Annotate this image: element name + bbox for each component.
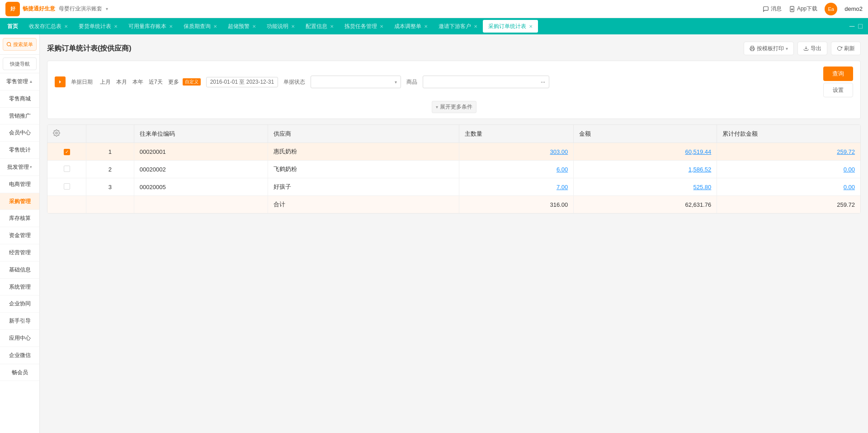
print-button[interactable]: 按模板打印 ▾ [744,42,794,55]
footer-amount-cell: 62,631.76 [574,196,717,214]
avatar: Ea [825,3,837,15]
tab-invite-customer[interactable]: 邀请下游客户 ✕ [433,20,483,33]
tab-inventory-ledger[interactable]: 可用量库存账本 ✕ [123,20,178,33]
quick-nav-button[interactable]: 快捷导航 [3,57,37,70]
sidebar-item-vip-member[interactable]: 畅会员 [0,364,39,381]
tab-cost-adjust[interactable]: 成本调整单 ✕ [389,20,433,33]
tab-label: 拣货任务管理 [344,23,377,30]
app-download-button[interactable]: App下载 [789,5,817,13]
row-amount-cell[interactable]: 525.80 [574,178,717,196]
sidebar-item-new-guide[interactable]: 新手引导 [0,313,39,330]
expand-more-button[interactable]: ▾ 展开更多条件 [432,101,476,113]
sidebar: 搜索菜单 快捷导航 零售管理 ▲ 零售商城 营销推广 会员中心 零售统计 批发管… [0,34,40,433]
refresh-button[interactable]: 刷新 [831,42,861,55]
sidebar-item-label: 营销推广 [9,113,31,119]
tab-overstock-warning[interactable]: 超储预警 ✕ [222,20,261,33]
checkbox-icon[interactable]: ✓ [64,149,70,155]
page-header: 采购订单统计表(按供应商) 按模板打印 ▾ 导出 刷新 [47,42,861,55]
tab-home[interactable]: 首页 [2,20,24,33]
sidebar-item-marketing[interactable]: 营销推广 [0,108,39,125]
tab-close-icon[interactable]: ✕ [169,24,173,29]
row-qty-cell[interactable]: 7.00 [459,178,574,196]
row-amount-cell[interactable]: 1,586.52 [574,161,717,178]
goods-select[interactable]: ··· [423,76,549,88]
footer-check-cell [47,196,86,214]
tab-close-icon[interactable]: ✕ [330,24,334,29]
sidebar-item-inventory[interactable]: 库存核算 [0,210,39,227]
filter-actions: 查询 设置 [823,67,853,97]
settings-button[interactable]: 设置 [823,83,853,97]
sidebar-item-member-center[interactable]: 会员中心 [0,124,39,142]
export-label: 导出 [811,45,821,52]
tab-close-icon[interactable]: ✕ [252,24,256,29]
shortcut-more[interactable]: 更多 [166,77,181,87]
shortcut-7days[interactable]: 近7天 [147,77,165,87]
tab-pick-task[interactable]: 拣货任务管理 ✕ [339,20,389,33]
sidebar-item-enterprise-wechat[interactable]: 企业微信 [0,347,39,364]
tab-close-icon[interactable]: ✕ [424,24,428,29]
breadcrumb-chevron-icon[interactable]: ▾ [106,6,108,11]
footer-qty-cell: 316.00 [459,196,574,214]
tab-purchase-stats[interactable]: 采购订单统计表 ✕ [483,20,538,33]
filter-area: 单据日期 上月 本月 本年 近7天 更多 自定义 2016-01-01 至 20… [47,61,861,119]
table-footer-row: 合计 316.00 62,631.76 259.72 [47,196,860,214]
sidebar-item-finance[interactable]: 资金管理 [0,227,39,244]
row-paid-cell[interactable]: 0.00 [717,178,860,196]
status-select[interactable]: ▾ [311,76,401,88]
sidebar-item-retail-management[interactable]: 零售管理 ▲ [0,73,39,90]
tab-close-icon[interactable]: ✕ [529,24,533,29]
row-paid-cell[interactable]: 259.72 [717,143,860,161]
tab-receive-summary[interactable]: 收发存汇总表 ✕ [24,20,73,33]
sidebar-item-retail-stats[interactable]: 零售统计 [0,142,39,159]
sidebar-item-basic-info[interactable]: 基础信息 [0,262,39,279]
tab-close-icon[interactable]: ✕ [213,24,217,29]
tab-close-icon[interactable]: ✕ [380,24,383,29]
sidebar-item-enterprise-collab[interactable]: 企业协同 [0,295,39,313]
export-button[interactable]: 导出 [797,42,827,55]
column-settings-icon[interactable] [53,129,60,137]
row-paid-cell[interactable]: 0.00 [717,161,860,178]
row-check-cell[interactable] [47,178,86,196]
row-check-cell[interactable] [47,161,86,178]
search-menu-button[interactable]: 搜索菜单 [3,38,37,51]
minimize-icon[interactable]: ─ [849,22,854,30]
page-actions: 按模板打印 ▾ 导出 刷新 [744,42,861,55]
shortcut-this-year[interactable]: 本年 [131,77,145,87]
tab-expiry-query[interactable]: 保质期查询 ✕ [178,20,222,33]
sidebar-item-ecommerce[interactable]: 电商管理 [0,176,39,193]
sidebar-item-system-management[interactable]: 系统管理 [0,279,39,296]
sidebar-search-area: 搜索菜单 [0,34,39,55]
checkbox-icon[interactable] [64,166,70,172]
sidebar-item-app-center[interactable]: 应用中心 [0,330,39,347]
checkbox-icon[interactable] [64,183,70,190]
shortcut-this-month[interactable]: 本月 [114,77,129,87]
tab-config-info[interactable]: 配置信息 ✕ [300,20,339,33]
sidebar-item-purchase-management[interactable]: 采购管理 [0,193,39,210]
col-paid-header: 累计付款金额 [717,125,860,143]
row-check-cell[interactable]: ✓ [47,143,86,161]
tab-close-icon[interactable]: ✕ [64,24,68,29]
message-button[interactable]: 消息 [763,5,782,13]
tab-close-icon[interactable]: ✕ [114,24,118,29]
row-qty-cell[interactable]: 6.00 [459,161,574,178]
row-supplier-cell: 惠氏奶粉 [268,143,459,161]
sidebar-item-operations[interactable]: 经营管理 [0,244,39,262]
shortcut-last-month[interactable]: 上月 [98,77,113,87]
table-header-row: 往来单位编码 供应商 主数量 金额 累计付款金额 [47,125,860,143]
tab-close-icon[interactable]: ✕ [291,24,295,29]
row-supplier-cell: 飞鹤奶粉 [268,161,459,178]
row-qty-cell[interactable]: 303.00 [459,143,574,161]
row-amount-cell[interactable]: 60,519.44 [574,143,717,161]
tab-function-desc[interactable]: 功能说明 ✕ [261,20,300,33]
sidebar-item-wholesale[interactable]: 批发管理 ▾ [0,159,39,176]
maximize-icon[interactable]: □ [858,22,863,30]
table-row: 2 00020002 飞鹤奶粉 6.00 1,586.52 0.00 [47,161,860,178]
row-no-cell: 2 [86,161,134,178]
tab-close-icon[interactable]: ✕ [474,24,477,29]
query-button[interactable]: 查询 [823,67,853,81]
tab-order-stats[interactable]: 要货单统计表 ✕ [73,20,123,33]
sidebar-item-retail-shop[interactable]: 零售商城 [0,90,39,108]
filter-toggle-button[interactable] [55,76,66,87]
date-range-picker[interactable]: 2016-01-01 至 2023-12-31 [206,77,278,87]
user-name[interactable]: demo2 [844,5,863,12]
